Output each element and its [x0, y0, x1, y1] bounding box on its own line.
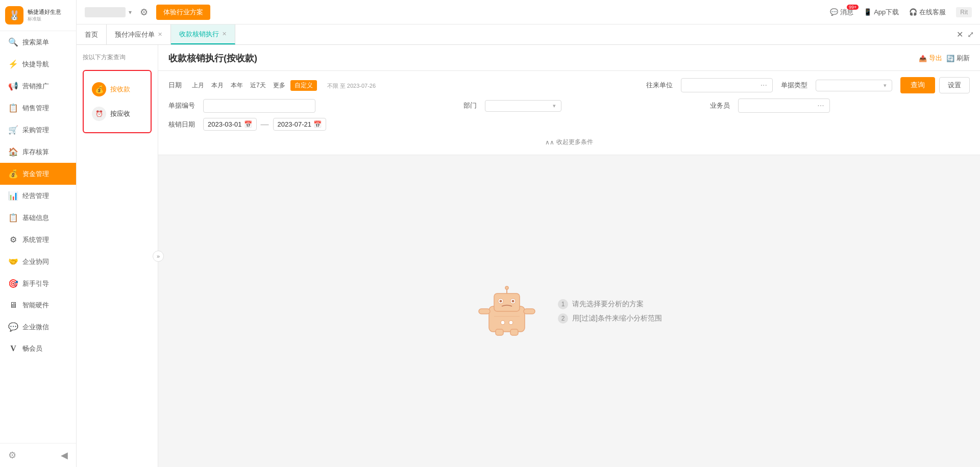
empty-hint-1: 1 请先选择要分析的方案 — [558, 299, 662, 309]
guide-nav-icon: 🎯 — [8, 279, 18, 288]
sidebar-item-sales[interactable]: 📋 销售管理 — [0, 97, 76, 119]
empty-state: 1 请先选择要分析的方案 2 用[过滤]条件来缩小分析范围 — [158, 155, 980, 467]
date-filter-label: 日期 — [168, 81, 182, 90]
doc-type-chevron-icon: ▾ — [884, 82, 887, 89]
sidebar-item-search[interactable]: 🔍 搜索菜单 — [0, 31, 76, 53]
sidebar-item-hardware[interactable]: 🖥 智能硬件 — [0, 294, 76, 316]
empty-illustration — [476, 286, 537, 337]
verify-date-start-input[interactable]: 2023-03-01 📅 — [203, 118, 257, 131]
date-btn-more[interactable]: 更多 — [271, 80, 287, 91]
logo-text: 畅捷通好生意 标准版 — [28, 8, 61, 22]
refresh-button[interactable]: 🔄 刷新 — [946, 54, 970, 63]
svg-rect-8 — [496, 329, 503, 335]
collapse-panel-button[interactable]: » — [153, 251, 164, 262]
date-btn-custom[interactable]: 自定义 — [290, 80, 317, 91]
verify-end-value: 2023-07-21 — [278, 120, 312, 128]
app-download-button[interactable]: 📱 App下载 — [864, 8, 899, 17]
purchase-nav-icon: 🛒 — [8, 125, 18, 135]
calendar-end-icon: 📅 — [313, 120, 322, 128]
enterprise-nav-icon: 🤝 — [8, 257, 18, 266]
filter-settings-button[interactable]: 设置 — [939, 77, 970, 93]
gear-icon[interactable]: ⚙ — [140, 7, 148, 18]
svg-point-11 — [505, 286, 508, 289]
sidebar-nav: 🔍 搜索菜单 ⚡ 快捷导航 📢 营销推广 📋 销售管理 🛒 采购管理 🏠 库存核… — [0, 31, 76, 443]
doc-type-label: 单据类型 — [781, 81, 807, 90]
export-button[interactable]: 📤 导出 — [919, 54, 942, 63]
filter-actions: 查询 设置 — [900, 77, 970, 93]
sidebar-item-guide[interactable]: 🎯 新手引导 — [0, 273, 76, 294]
sidebar: 🐰 畅捷通好生意 标准版 🔍 搜索菜单 ⚡ 快捷导航 📢 营销推广 📋 销售管理… — [0, 0, 77, 467]
industry-solution-button[interactable]: 体验行业方案 — [156, 5, 210, 20]
svg-rect-7 — [524, 309, 535, 314]
operation-nav-icon: 📊 — [8, 191, 18, 201]
logo-icon: 🐰 — [5, 6, 23, 24]
sidebar-item-finance[interactable]: 💰 资金管理 — [0, 163, 76, 185]
page-title: 收款核销执行(按收款) — [168, 52, 257, 64]
date-btn-this-month[interactable]: 本月 — [209, 80, 226, 91]
empty-state-content: 1 请先选择要分析的方案 2 用[过滤]条件来缩小分析范围 — [476, 286, 662, 337]
counterpart-label: 往来单位 — [646, 81, 673, 90]
left-panel-title: 按以下方案查询 — [83, 51, 152, 64]
topbar-brand: ▾ — [85, 7, 132, 17]
export-icon: 📤 — [919, 55, 927, 62]
empty-hints: 1 请先选择要分析的方案 2 用[过滤]条件来缩小分析范围 — [558, 299, 662, 324]
option-by-receipt[interactable]: 💰 按收款 — [88, 77, 146, 102]
query-button[interactable]: 查询 — [900, 77, 935, 93]
sidebar-item-purchase[interactable]: 🛒 采购管理 — [0, 119, 76, 141]
tab-expand-icon[interactable]: ⤢ — [967, 30, 974, 39]
filter-row-3: 核销日期 2023-03-01 📅 — 2023-07-21 📅 — [168, 118, 970, 131]
settings-footer-icon[interactable]: ⚙ — [8, 450, 16, 461]
page-header: 收款核销执行(按收款) 📤 导出 🔄 刷新 — [158, 45, 980, 71]
online-service-button[interactable]: 🎧 在线客服 — [909, 8, 946, 17]
date-btn-last-month[interactable]: 上月 — [190, 80, 206, 91]
marketing-nav-icon: 📢 — [8, 81, 18, 91]
svg-rect-9 — [510, 329, 518, 335]
brand-placeholder — [85, 7, 126, 17]
message-button[interactable]: 💬 消息 99+ — [830, 8, 853, 17]
right-content: 收款核销执行(按收款) 📤 导出 🔄 刷新 — [158, 45, 980, 467]
user-avatar[interactable]: Rit — [956, 7, 972, 17]
hint-num-1: 1 — [558, 299, 568, 309]
collapse-chevron-icon: ∧∧ — [545, 139, 554, 146]
filter-bar: 日期 上月 本月 本年 近7天 更多 自定义 不限 至 2023-07-26 — [158, 71, 980, 155]
salesman-label: 业务员 — [710, 101, 730, 110]
tab-collection[interactable]: 收款核销执行 ✕ — [171, 24, 235, 44]
sidebar-item-enterprise[interactable]: 🤝 企业协同 — [0, 251, 76, 273]
collapse-sidebar-button[interactable]: ◀ — [61, 450, 68, 461]
hint-num-2: 2 — [558, 313, 568, 324]
topbar-right: 💬 消息 99+ 📱 App下载 🎧 在线客服 Rit — [830, 7, 972, 17]
verify-date-end-input[interactable]: 2023-07-21 📅 — [273, 118, 327, 131]
tab-collection-close-icon[interactable]: ✕ — [222, 31, 227, 37]
sidebar-item-basic[interactable]: 📋 基础信息 — [0, 207, 76, 229]
date-btn-this-year[interactable]: 本年 — [229, 80, 245, 91]
member-nav-icon: V — [8, 344, 18, 353]
search-nav-icon: 🔍 — [8, 37, 18, 47]
tab-prepay-close-icon[interactable]: ✕ — [158, 31, 162, 38]
option-by-receivable[interactable]: ⏰ 按应收 — [88, 102, 146, 126]
chevron-down-icon: ▾ — [129, 9, 132, 16]
sidebar-item-member[interactable]: V 畅会员 — [0, 338, 76, 359]
sidebar-item-quick[interactable]: ⚡ 快捷导航 — [0, 53, 76, 75]
doc-no-input[interactable] — [203, 99, 315, 113]
counterpart-more-icon[interactable]: ··· — [761, 81, 767, 90]
sidebar-item-system[interactable]: ⚙ 系统管理 — [0, 229, 76, 251]
salesman-more-icon[interactable]: ··· — [817, 101, 824, 110]
tab-prepay[interactable]: 预付冲应付单 ✕ — [107, 24, 171, 44]
date-btn-7days[interactable]: 近7天 — [248, 80, 268, 91]
receivable-option-icon: ⏰ — [92, 107, 106, 121]
tab-home[interactable]: 首页 — [77, 24, 107, 44]
sidebar-item-operation[interactable]: 📊 经营管理 — [0, 185, 76, 207]
sidebar-item-wechat[interactable]: 💬 企业微信 — [0, 316, 76, 338]
tab-close-all-icon[interactable]: ✕ — [957, 30, 963, 39]
page-title-row: 收款核销执行(按收款) 📤 导出 🔄 刷新 — [168, 52, 970, 64]
date-quick-buttons: 上月 本月 本年 近7天 更多 自定义 — [190, 80, 317, 91]
sidebar-item-marketing[interactable]: 📢 营销推广 — [0, 75, 76, 97]
sidebar-item-inventory[interactable]: 🏠 库存核算 — [0, 141, 76, 163]
filter-row-1: 日期 上月 本月 本年 近7天 更多 自定义 不限 至 2023-07-26 — [168, 77, 970, 93]
collapse-more-button[interactable]: ∧∧ 收起更多条件 — [539, 136, 599, 149]
calendar-start-icon: 📅 — [244, 120, 252, 128]
inventory-nav-icon: 🏠 — [8, 147, 18, 157]
svg-point-5 — [512, 300, 514, 302]
message-icon: 💬 — [830, 8, 838, 16]
verify-date-label: 核销日期 — [168, 120, 195, 129]
